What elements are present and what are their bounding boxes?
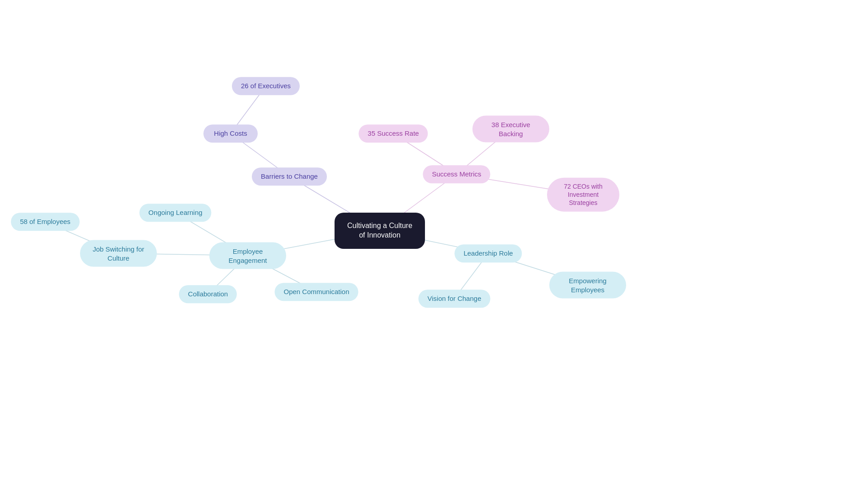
- node-leadership-role[interactable]: Leadership Role: [454, 244, 522, 262]
- node-empowering-employees[interactable]: Empowering Employees: [549, 272, 626, 299]
- node-open-communication[interactable]: Open Communication: [274, 283, 358, 301]
- node-employee-engagement[interactable]: Employee Engagement: [209, 243, 286, 269]
- node-job-switching[interactable]: Job Switching for Culture: [80, 240, 157, 267]
- node-vision-for-change[interactable]: Vision for Change: [419, 290, 491, 308]
- mindmap-container: Cultivating a Culture of InnovationBarri…: [0, 0, 868, 490]
- node-collaboration[interactable]: Collaboration: [179, 285, 237, 303]
- node-executives[interactable]: 26 of Executives: [232, 77, 300, 95]
- node-success-rate[interactable]: 35 Success Rate: [359, 124, 428, 143]
- center-node[interactable]: Cultivating a Culture of Innovation: [335, 213, 425, 249]
- node-barriers[interactable]: Barriers to Change: [252, 167, 327, 186]
- node-ceos[interactable]: 72 CEOs with Investment Strategies: [547, 178, 619, 212]
- node-employees[interactable]: 58 of Employees: [11, 213, 80, 231]
- node-success-metrics[interactable]: Success Metrics: [423, 165, 490, 183]
- node-executive-backing[interactable]: 38 Executive Backing: [472, 116, 549, 143]
- node-ongoing-learning[interactable]: Ongoing Learning: [139, 204, 211, 222]
- node-high-costs[interactable]: High Costs: [203, 124, 258, 143]
